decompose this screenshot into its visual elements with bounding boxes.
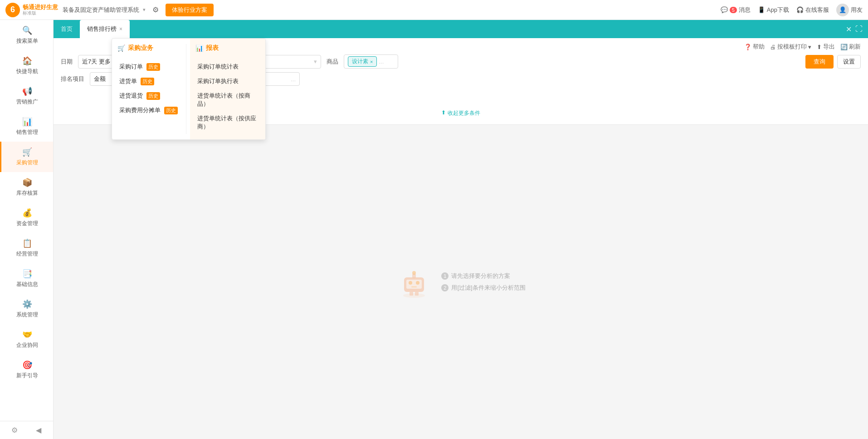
rank-label: 排名项目 bbox=[61, 75, 84, 83]
home-icon: 🏠 bbox=[22, 56, 32, 66]
menu-item-receipt-stats-supplier[interactable]: 进货单统计表（按供应商） bbox=[195, 111, 260, 134]
query-button[interactable]: 查询 bbox=[805, 55, 834, 69]
menu-item-purchase-order[interactable]: 采购订单 历史 bbox=[117, 59, 182, 74]
purchase-section-label: 采购业务 bbox=[128, 44, 153, 52]
tab-maximize-icon[interactable]: ⛶ bbox=[855, 25, 863, 33]
sidebar-item-purchase[interactable]: 🛒 采购管理 bbox=[0, 142, 53, 172]
avatar: 👤 bbox=[836, 4, 849, 16]
export-link[interactable]: ⬆ 导出 bbox=[817, 43, 835, 51]
salesperson-more-icon: ... bbox=[291, 76, 296, 83]
receipt-stats-goods-label: 进货单统计表（按商品） bbox=[197, 92, 258, 108]
tab-close-icon[interactable]: × bbox=[119, 26, 122, 32]
sidebar-item-inventory[interactable]: 📦 库存核算 bbox=[0, 172, 53, 202]
goods-tag: 设计素 × bbox=[348, 56, 377, 67]
menu-item-order-stats[interactable]: 采购订单统计表 bbox=[195, 59, 260, 74]
settings-button[interactable]: 设置 bbox=[837, 55, 861, 69]
sidebar-label-sales: 销售管理 bbox=[16, 128, 38, 136]
purchase-order-history-badge: 历史 bbox=[146, 63, 160, 71]
svg-point-0 bbox=[403, 293, 425, 298]
purchase-expense-label: 采购费用分摊单 bbox=[119, 106, 161, 114]
refresh-icon: 🔄 bbox=[840, 44, 848, 50]
main-layout: 🔍 搜索菜单 🏠 快捷导航 📢 营销推广 📊 销售管理 🛒 采购管理 📦 库存核… bbox=[0, 20, 868, 439]
menu-item-purchase-receipt[interactable]: 进货单 历史 bbox=[117, 74, 182, 89]
message-label: 消息 bbox=[739, 6, 751, 14]
sidebar-item-quick[interactable]: 🏠 快捷导航 bbox=[0, 50, 53, 81]
print-link[interactable]: 🖨 按模板打印 ▾ bbox=[770, 43, 811, 51]
sidebar-label-quick: 快捷导航 bbox=[16, 68, 38, 75]
sidebar-item-operations[interactable]: 📋 经营管理 bbox=[0, 233, 53, 263]
message-badge: 5 bbox=[730, 7, 737, 13]
menu-item-purchase-expense[interactable]: 采购费用分摊单 历史 bbox=[117, 103, 182, 118]
tip-text-1: 请先选择要分析的方案 bbox=[451, 272, 510, 280]
empty-illustration bbox=[396, 264, 432, 300]
industry-button[interactable]: 体验行业方案 bbox=[166, 4, 214, 16]
sidebar-item-basic[interactable]: 📑 基础信息 bbox=[0, 263, 53, 294]
rank-value: 金额 bbox=[94, 75, 106, 83]
settings-bottom-button[interactable]: ⚙ bbox=[5, 426, 25, 434]
operations-icon: 📋 bbox=[22, 238, 32, 248]
tip-num-1: 1 bbox=[441, 272, 449, 280]
sidebar-label-search: 搜索菜单 bbox=[16, 37, 38, 45]
help-icon: ❓ bbox=[744, 44, 751, 50]
sales-icon: 📊 bbox=[22, 117, 32, 127]
sidebar-item-system[interactable]: ⚙️ 系统管理 bbox=[0, 294, 53, 324]
goods-tag-close-icon[interactable]: × bbox=[370, 59, 373, 64]
search-icon: 🔍 bbox=[22, 25, 32, 35]
purchase-return-history-badge: 历史 bbox=[146, 92, 160, 100]
purchase-expense-history-badge: 历史 bbox=[164, 107, 178, 114]
sidebar-item-sales[interactable]: 📊 销售管理 bbox=[0, 111, 53, 142]
print-dropdown-icon[interactable]: ▾ bbox=[808, 44, 811, 50]
purchase-return-label: 进货退货 bbox=[119, 92, 143, 100]
tab-home[interactable]: 首页 bbox=[54, 20, 80, 38]
empty-content: 1 请先选择要分析的方案 2 用[过滤]条件来缩小分析范围 bbox=[396, 264, 525, 300]
logo-area: 6 畅通进好生意 标准版 bbox=[5, 3, 59, 17]
menu-item-receipt-stats-goods[interactable]: 进货单统计表（按商品） bbox=[195, 89, 260, 111]
svg-rect-6 bbox=[410, 292, 413, 296]
refresh-label: 刷新 bbox=[849, 43, 861, 51]
export-icon: ⬆ bbox=[817, 44, 822, 50]
query-buttons: 查询 设置 bbox=[805, 55, 861, 69]
order-exec-label: 采购订单执行表 bbox=[197, 77, 239, 85]
marketing-icon: 📢 bbox=[22, 86, 32, 96]
user-action[interactable]: 👤 用友 bbox=[836, 4, 863, 16]
empty-tip-2: 2 用[过滤]条件来缩小分析范围 bbox=[441, 284, 525, 292]
goods-input[interactable]: 设计素 × ... bbox=[344, 54, 398, 69]
content-area: 首页 销售排行榜 × ✕ ⛶ ❓ 帮助 🖨 按模板打印 bbox=[54, 20, 868, 439]
svg-point-4 bbox=[416, 281, 419, 285]
top-header: 6 畅通进好生意 标准版 装备及固定资产辅助管理系统 ▾ ⚙ 体验行业方案 💬 … bbox=[0, 0, 868, 20]
purchase-order-label: 采购订单 bbox=[119, 63, 143, 71]
report-section-label: 报表 bbox=[206, 44, 219, 52]
sidebar-item-enterprise[interactable]: 🤝 企业协同 bbox=[0, 324, 53, 355]
inventory-icon: 📦 bbox=[22, 178, 32, 187]
report-section-icon: 📊 bbox=[195, 44, 203, 52]
order-stats-label: 采购订单统计表 bbox=[197, 63, 239, 71]
sidebar-item-newbie[interactable]: 🎯 新手引导 bbox=[0, 355, 53, 385]
app-download-action[interactable]: 📱 App下载 bbox=[758, 6, 789, 14]
menu-item-purchase-return[interactable]: 进货退货 历史 bbox=[117, 89, 182, 103]
menu-item-order-exec[interactable]: 采购订单执行表 bbox=[195, 74, 260, 89]
enterprise-icon: 🤝 bbox=[22, 330, 32, 340]
system-name: 装备及固定资产辅助管理系统 bbox=[63, 6, 139, 14]
message-action[interactable]: 💬 5 消息 bbox=[721, 6, 751, 14]
collapse-up-icon: ⬆ bbox=[441, 109, 446, 117]
refresh-link[interactable]: 🔄 刷新 bbox=[840, 43, 861, 51]
online-service-action[interactable]: 🎧 在线客服 bbox=[796, 6, 829, 14]
date-label: 日期 bbox=[61, 58, 73, 66]
message-icon: 💬 bbox=[721, 6, 728, 13]
export-label: 导出 bbox=[823, 43, 835, 51]
system-dropdown-icon[interactable]: ▾ bbox=[143, 7, 146, 13]
help-link[interactable]: ❓ 帮助 bbox=[744, 43, 765, 51]
tab-sales-rank[interactable]: 销售排行榜 × bbox=[80, 20, 130, 38]
tab-close-all-icon[interactable]: ✕ bbox=[846, 25, 852, 34]
sidebar-item-marketing[interactable]: 📢 营销推广 bbox=[0, 81, 53, 111]
collapse-sidebar-button[interactable]: ◀ bbox=[29, 426, 49, 434]
sidebar-item-search[interactable]: 🔍 搜索菜单 bbox=[0, 20, 53, 50]
system-icon: ⚙️ bbox=[22, 299, 32, 309]
sidebar-label-operations: 经营管理 bbox=[16, 250, 38, 258]
report-section-title: 📊 报表 bbox=[195, 44, 260, 55]
receipt-stats-supplier-label: 进货单统计表（按供应商） bbox=[197, 114, 258, 131]
header-settings-icon[interactable]: ⚙ bbox=[149, 4, 162, 16]
sidebar-item-finance[interactable]: 💰 资金管理 bbox=[0, 202, 53, 233]
sidebar-label-purchase: 采购管理 bbox=[16, 159, 38, 167]
menu-divider bbox=[186, 44, 186, 134]
